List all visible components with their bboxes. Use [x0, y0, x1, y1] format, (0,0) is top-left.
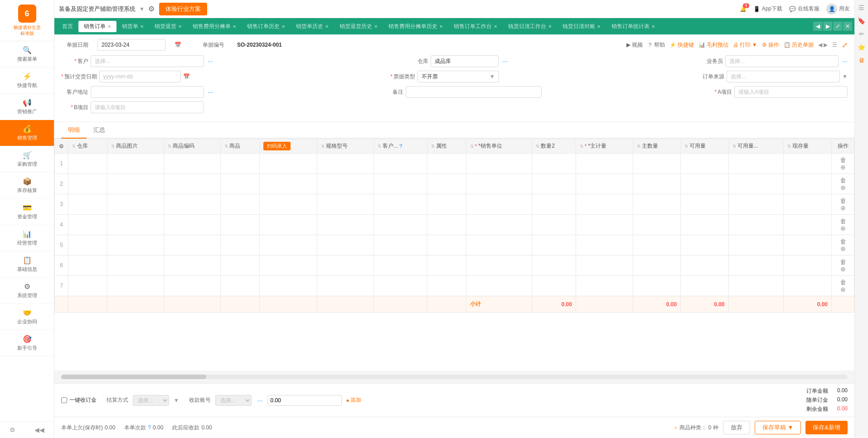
sort-icon[interactable]: ⇅ — [321, 144, 325, 149]
row-attr[interactable] — [427, 154, 466, 174]
row-attr[interactable] — [427, 276, 466, 296]
scrollbar-thumb[interactable] — [61, 375, 206, 379]
row-warehouse[interactable] — [68, 276, 107, 296]
detail-tab-items[interactable]: 明细 — [61, 122, 87, 139]
profit-action[interactable]: 📊 毛利预估 — [698, 41, 728, 49]
row-unit[interactable] — [466, 174, 532, 194]
row-spec[interactable] — [317, 194, 373, 215]
warehouse-field[interactable]: 成品库 — [431, 55, 499, 67]
row-product[interactable] — [221, 235, 260, 255]
sort-icon[interactable]: ⇅ — [637, 144, 640, 149]
tab-close-all-btn[interactable]: ✕ — [843, 22, 852, 31]
row-product[interactable] — [221, 194, 260, 215]
notification-bell[interactable]: 🔔 9 — [740, 6, 747, 12]
row-unit[interactable] — [466, 276, 532, 296]
sort-icon[interactable]: ⇅ — [431, 144, 435, 149]
right-panel-btn-4[interactable]: ⭐ — [856, 42, 867, 53]
row-warehouse[interactable] — [68, 194, 107, 215]
row-delete-btn[interactable]: 🗑 — [839, 197, 848, 204]
right-panel-btn-3[interactable]: ✏ — [856, 29, 867, 39]
sort-icon[interactable]: ⇅ — [787, 144, 791, 149]
order-source-field[interactable]: 选择... — [727, 71, 840, 82]
b-project-field[interactable]: 请输入B项目 — [91, 101, 204, 113]
user-menu[interactable]: 👤 用友 — [826, 4, 850, 14]
row-warehouse[interactable] — [68, 215, 107, 235]
save-draft-dropdown-icon[interactable]: ▼ — [787, 424, 793, 431]
col-settings[interactable]: ⚙ — [55, 139, 68, 154]
row-main-qty[interactable] — [633, 194, 680, 215]
row-customer-code[interactable] — [373, 235, 427, 255]
row-unit[interactable] — [466, 154, 532, 174]
row-qty2[interactable] — [532, 215, 576, 235]
row-code[interactable] — [164, 235, 220, 255]
save-draft-btn[interactable]: 保存草稿 ▼ — [755, 421, 801, 434]
row-image[interactable] — [107, 154, 164, 174]
sort-icon[interactable]: ⇅ — [378, 144, 381, 149]
remark-field[interactable] — [406, 86, 542, 98]
history-action[interactable]: 📋 历史单据 — [784, 41, 814, 49]
tab-sales-order-close[interactable]: ✕ — [107, 24, 111, 29]
row-image[interactable] — [107, 276, 164, 296]
sidebar-item-operations[interactable]: 📊 经营管理 — [0, 225, 54, 251]
warehouse-more-btn[interactable]: ··· — [502, 58, 508, 65]
row-product[interactable] — [221, 215, 260, 235]
right-panel-btn-2[interactable]: 🔖 — [856, 15, 867, 26]
sort-icon[interactable]: ⇅ — [168, 144, 171, 149]
row-code[interactable] — [164, 215, 220, 235]
row-qty2[interactable] — [532, 235, 576, 255]
row-main-unit[interactable] — [576, 255, 633, 276]
right-panel-btn-5[interactable]: 🖥 — [856, 55, 867, 66]
sort-icon[interactable]: ⇅ — [224, 144, 228, 149]
row-spec[interactable] — [317, 174, 373, 194]
date-field[interactable]: 2023-03-24 — [97, 39, 165, 51]
row-main-qty[interactable] — [633, 255, 680, 276]
sidebar-item-purchase[interactable]: 🛒 采购管理 — [0, 146, 54, 173]
deposit-amount-input[interactable] — [267, 395, 342, 406]
tab-daily-clear[interactable]: 钱货日清工作台 ✕ — [503, 21, 557, 32]
a-project-field[interactable]: 请输入A项目 — [734, 86, 848, 98]
row-spec[interactable] — [317, 154, 373, 174]
row-main-unit[interactable] — [576, 215, 633, 235]
row-image[interactable] — [107, 255, 164, 276]
row-warehouse[interactable] — [68, 154, 107, 174]
row-customer-code[interactable] — [373, 154, 427, 174]
account-more-btn[interactable]: ··· — [257, 397, 263, 404]
sidebar-item-search[interactable]: 🔍 搜索菜单 — [0, 41, 54, 67]
row-warehouse[interactable] — [68, 174, 107, 194]
payment-method-select[interactable]: 选择... — [133, 395, 169, 406]
tab-sales-return-close[interactable]: ✕ — [178, 24, 182, 29]
tab-daily-reconcile[interactable]: 钱货日清对账 ✕ — [557, 21, 606, 32]
row-product[interactable] — [221, 255, 260, 276]
tab-daily-clear-close[interactable]: ✕ — [548, 24, 552, 29]
sort-icon[interactable]: ⇅ — [684, 144, 688, 149]
one-click-deposit-checkbox[interactable]: 一键收订金 — [61, 396, 97, 404]
sort-icon[interactable]: ⇅ — [536, 144, 539, 149]
staff-field[interactable]: 选择... — [725, 55, 839, 67]
row-copy-btn[interactable]: ⊕ — [839, 184, 847, 191]
tab-prev-btn[interactable]: ◀ — [813, 22, 822, 31]
row-product[interactable] — [221, 276, 260, 296]
row-customer-code[interactable] — [373, 255, 427, 276]
row-delete-btn[interactable]: 🗑 — [839, 217, 848, 225]
row-main-qty[interactable] — [633, 215, 680, 235]
row-copy-btn[interactable]: ⊕ — [839, 265, 847, 273]
row-code[interactable] — [164, 174, 220, 194]
row-code[interactable] — [164, 276, 220, 296]
tab-sales-shipment[interactable]: 销货单 ✕ — [116, 21, 149, 32]
save-new-btn[interactable]: 保存&新增 — [805, 421, 848, 434]
tab-sales-return[interactable]: 销货退货 ✕ — [149, 21, 187, 32]
row-attr[interactable] — [427, 194, 466, 215]
tab-sales-report[interactable]: 销售订单统计表 ✕ — [606, 21, 660, 32]
row-delete-btn[interactable]: 🗑 — [839, 279, 848, 286]
row-unit[interactable] — [466, 194, 532, 215]
sidebar-collapse-btn[interactable]: ◀◀ — [34, 426, 44, 433]
row-customer-code[interactable] — [373, 194, 427, 215]
scan-btn[interactable]: 扫码录入 — [263, 142, 291, 150]
row-main-qty[interactable] — [633, 174, 680, 194]
row-attr[interactable] — [427, 174, 466, 194]
customer-field[interactable]: 选择... — [91, 55, 204, 67]
view-action[interactable]: ▶ 视频 — [626, 41, 643, 49]
row-attr[interactable] — [427, 215, 466, 235]
row-spec[interactable] — [317, 255, 373, 276]
row-copy-btn[interactable]: ⊕ — [839, 286, 847, 293]
